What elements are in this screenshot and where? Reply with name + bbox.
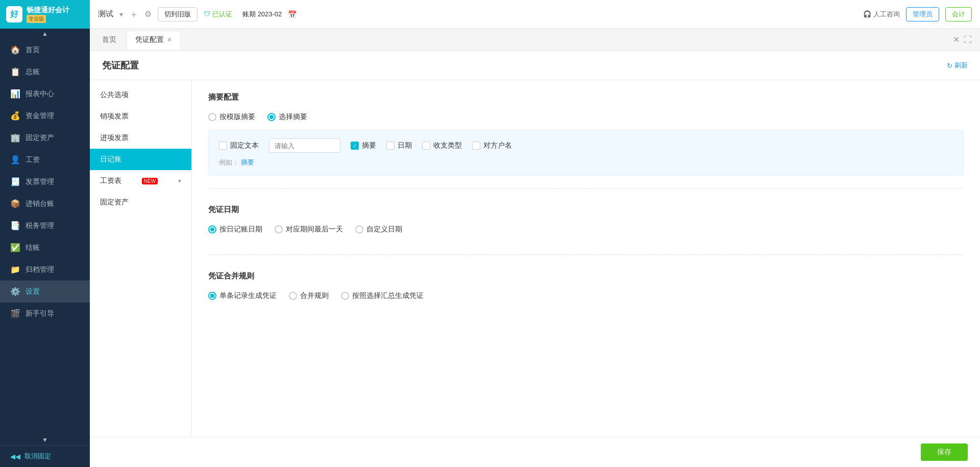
content-body: 公共选项 销项发票 进项发票 日记账 工资表 NEW ▾ 固定资产 [90, 80, 980, 437]
tabbar: 首页 凭证配置 ✕ ✕ ⛶ [90, 29, 980, 51]
left-nav-payroll[interactable]: 工资表 NEW ▾ [90, 170, 191, 192]
left-nav-diary[interactable]: 日记账 [90, 149, 191, 170]
tab-close-icon[interactable]: ✕ [167, 36, 172, 43]
add-company-icon[interactable]: ＋ [129, 8, 138, 20]
radio-aggregate[interactable]: 按照选择汇总生成凭证 [341, 291, 424, 300]
radio-diary-label: 按日记账日期 [219, 225, 262, 234]
sidebar-item-tax[interactable]: 📑 税务管理 [0, 215, 90, 237]
save-button[interactable]: 保存 [921, 443, 968, 461]
radio-circle-template [208, 113, 216, 121]
tab-home[interactable]: 首页 [94, 31, 125, 49]
sidebar-item-guide[interactable]: 🎬 新手引导 [0, 302, 90, 324]
refresh-icon: ↻ [947, 62, 952, 69]
sidebar-item-label: 结账 [26, 243, 40, 252]
sidebar-item-label: 进销台账 [26, 199, 54, 208]
left-nav-public[interactable]: 公共选项 [90, 84, 191, 106]
left-nav-purchase-invoice[interactable]: 进项发票 [90, 127, 191, 149]
sidebar-item-label: 报表中心 [26, 89, 54, 99]
radio-single-circle [208, 292, 216, 300]
sub-options-row: 固定文本 ✓ 摘要 日期 [219, 138, 953, 153]
sidebar-item-payroll[interactable]: 👤 工资 [0, 149, 90, 171]
right-content: 摘要配置 按模版摘要 选择摘要 [192, 80, 980, 437]
shield-icon: 🛡 [204, 10, 210, 18]
sidebar-item-label: 设置 [26, 287, 40, 296]
support-btn[interactable]: 🎧 人工咨询 [863, 10, 900, 19]
left-nav-fixed-assets[interactable]: 固定资产 [90, 192, 191, 213]
refresh-button[interactable]: ↻ 刷新 [947, 61, 968, 78]
sidebar-item-funds[interactable]: 💰 资金管理 [0, 105, 90, 127]
date-config-section: 凭证日期 按日记账日期 对应期间最后一天 自定义日期 [208, 205, 964, 255]
main-area: 测试 ▾ ＋ ⚙ 切到旧版 🛡 已认证 账期 2023-02 📅 🎧 人工咨询 … [90, 0, 980, 467]
settings-gear-icon[interactable]: ⚙ [144, 9, 152, 19]
radio-merge-circle [289, 292, 297, 300]
close-period-icon: ✅ [10, 243, 20, 252]
save-area: 保存 [90, 437, 980, 467]
sidebar-item-settings[interactable]: ⚙️ 设置 [0, 281, 90, 302]
sidebar-item-label: 发票管理 [26, 177, 54, 186]
radio-single-record[interactable]: 单条记录生成凭证 [208, 291, 277, 300]
page-title: 凭证配置 [102, 59, 139, 80]
company-chevron-icon[interactable]: ▾ [119, 10, 123, 18]
sidebar-item-sales[interactable]: 📦 进销台账 [0, 193, 90, 215]
cancel-fixed-btn[interactable]: ◀◀ 取消固定 [0, 445, 90, 467]
checkbox-income-label: 收支类型 [433, 141, 462, 150]
checkbox-counterparty[interactable]: 对方户名 [472, 141, 512, 150]
payroll-icon: 👤 [10, 155, 20, 165]
sidebar-scroll-up[interactable]: ▲ [0, 29, 90, 39]
checkbox-fixed-text[interactable]: 固定文本 [219, 141, 259, 150]
switch-old-version-button[interactable]: 切到旧版 [158, 7, 198, 21]
radio-template-label: 按模版摘要 [219, 112, 255, 122]
radio-circle-select [267, 113, 276, 121]
radio-period-circle [275, 225, 283, 233]
expand-icon[interactable]: ⛶ [964, 35, 972, 44]
checkbox-summary-box: ✓ [351, 142, 359, 150]
sidebar-item-label: 归档管理 [26, 265, 54, 274]
radio-custom-circle [355, 225, 363, 233]
pro-badge: 专业版 [27, 15, 46, 23]
fixed-text-input[interactable] [269, 138, 340, 153]
radio-diary-circle [208, 225, 216, 233]
checkbox-income-type[interactable]: 收支类型 [422, 141, 462, 150]
settings-icon: ⚙️ [10, 287, 20, 296]
new-badge: NEW [142, 178, 158, 184]
checkbox-summary[interactable]: ✓ 摘要 [351, 141, 376, 150]
home-icon: 🏠 [10, 45, 20, 55]
sidebar-scroll-down[interactable]: ▼ [0, 435, 90, 445]
summary-radio-group: 按模版摘要 选择摘要 [208, 112, 964, 122]
sidebar-item-label: 资金管理 [26, 111, 54, 121]
sidebar-item-label: 新手引导 [26, 309, 54, 318]
cancel-fixed-label: 取消固定 [24, 452, 51, 461]
example-value: 摘要 [241, 158, 254, 166]
sidebar-item-label: 首页 [26, 45, 40, 55]
checkbox-date[interactable]: 日期 [386, 141, 412, 150]
radio-period-last-day[interactable]: 对应期间最后一天 [275, 225, 343, 234]
close-tab-icon[interactable]: ✕ [953, 35, 960, 44]
example-text: 例如： 摘要 [219, 158, 953, 167]
cancel-fixed-icon: ◀◀ [10, 453, 20, 460]
calendar-icon[interactable]: 📅 [288, 10, 297, 18]
sidebar-item-invoices[interactable]: 🧾 发票管理 [0, 171, 90, 193]
sidebar-item-ledger[interactable]: 📋 总账 [0, 61, 90, 83]
radio-select-summary[interactable]: 选择摘要 [267, 112, 307, 122]
sidebar-item-reports[interactable]: 📊 报表中心 [0, 83, 90, 105]
archive-icon: 📁 [10, 265, 20, 274]
date-radio-group: 按日记账日期 对应期间最后一天 自定义日期 [208, 225, 964, 234]
ledger-icon: 📋 [10, 67, 20, 77]
admin-button[interactable]: 管理员 [906, 7, 939, 21]
tab-voucher-config[interactable]: 凭证配置 ✕ [127, 31, 181, 49]
accountant-button[interactable]: 会计 [945, 7, 972, 21]
radio-template-summary[interactable]: 按模版摘要 [208, 112, 255, 122]
sidebar-item-assets[interactable]: 🏢 固定资产 [0, 127, 90, 149]
sidebar-item-archive[interactable]: 📁 归档管理 [0, 259, 90, 281]
sidebar-item-label: 固定资产 [26, 133, 54, 143]
radio-custom-date[interactable]: 自定义日期 [355, 225, 402, 234]
radio-merge-rules[interactable]: 合并规则 [289, 291, 329, 300]
sidebar-item-home[interactable]: 🏠 首页 [0, 39, 90, 61]
topbar: 测试 ▾ ＋ ⚙ 切到旧版 🛡 已认证 账期 2023-02 📅 🎧 人工咨询 … [90, 0, 980, 29]
radio-diary-date[interactable]: 按日记账日期 [208, 225, 262, 234]
sidebar-item-close[interactable]: ✅ 结账 [0, 237, 90, 259]
left-nav-sales-invoice[interactable]: 销项发票 [90, 106, 191, 127]
checkbox-counterparty-box [472, 142, 480, 150]
sidebar-item-label: 总账 [26, 67, 40, 77]
expand-icon: ▾ [178, 177, 181, 184]
